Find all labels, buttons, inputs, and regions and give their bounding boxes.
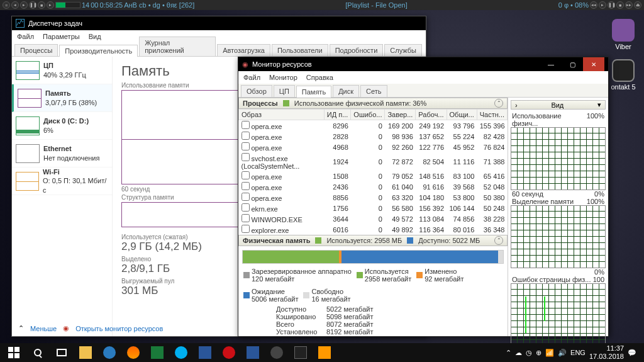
process-checkbox[interactable] xyxy=(242,203,250,212)
column-header[interactable]: Ошибо... xyxy=(351,110,385,120)
tb-browser[interactable] xyxy=(265,343,288,362)
tab-services[interactable]: Службы xyxy=(384,44,422,56)
table-row[interactable]: WINWORD.EXE3644049 572113 08474 85638 22… xyxy=(239,213,508,224)
tab-processes[interactable]: Процессы xyxy=(14,44,58,56)
tray-icon[interactable]: ⊕ xyxy=(536,349,541,357)
menu-help[interactable]: Справка xyxy=(306,74,333,81)
table-row[interactable]: opera.exe8856063 320104 18053 80050 380 xyxy=(239,192,508,203)
system-tray[interactable]: ⌃ ☁ ◷ ⊕ 📶 🔊 ENG 11:37 17.03.2018 💬 xyxy=(501,344,641,361)
process-checkbox[interactable] xyxy=(242,153,250,161)
winamp-player[interactable]: ≡ ◂ ▸ ❚❚ ■ ▸ 14 00 0:58:25 АнВ сb • dg •… xyxy=(0,0,644,10)
tray-chevron-up-icon[interactable]: ⌃ xyxy=(506,349,511,357)
column-header[interactable]: Частн... xyxy=(477,110,507,120)
table-row[interactable]: opera.exe1508079 052148 51683 10065 416 xyxy=(239,171,508,181)
tb-word[interactable] xyxy=(194,343,216,362)
stop-icon[interactable]: ■ xyxy=(38,1,45,9)
sidebar-memory[interactable]: Память3,0/7,9 ГБ (38%) xyxy=(12,84,112,112)
table-row[interactable]: explorer.exe6016049 892116 36480 01636 3… xyxy=(239,224,508,235)
clock[interactable]: 11:37 17.03.2018 xyxy=(589,344,624,361)
pause-icon[interactable]: ❚❚ xyxy=(29,1,36,9)
sidebar-disk[interactable]: Диск 0 (C: D:)6% xyxy=(12,112,112,140)
network-icon[interactable]: 📶 xyxy=(545,349,554,357)
notifications-icon[interactable]: 💬 xyxy=(628,349,636,357)
tb-word2[interactable] xyxy=(242,343,264,362)
process-name[interactable]: opera.exe xyxy=(239,192,325,203)
tray-icon[interactable]: ◷ xyxy=(526,349,532,357)
tb-firefox[interactable] xyxy=(122,343,145,362)
column-header[interactable]: Рабоч... xyxy=(416,110,447,120)
close-button[interactable]: ✕ xyxy=(583,57,604,71)
process-checkbox[interactable] xyxy=(242,225,250,233)
sidebar-wifi[interactable]: Wi-FiО: 0,5 П: 30,1 Мбит/с xyxy=(12,167,112,195)
tab-app-history[interactable]: Журнал приложений xyxy=(139,37,216,56)
process-name[interactable]: opera.exe xyxy=(239,120,325,132)
tab-performance[interactable]: Производительность xyxy=(59,45,138,57)
process-name[interactable]: opera.exe xyxy=(239,131,325,142)
tb-winamp[interactable] xyxy=(313,343,336,362)
volume-icon[interactable]: 🔊 xyxy=(558,349,567,357)
process-checkbox[interactable] xyxy=(242,142,250,150)
open-resmon-link[interactable]: Открыть монитор ресурсов xyxy=(75,325,163,332)
resmon-titlebar[interactable]: ◉ Монитор ресурсов — ▢ ✕ xyxy=(238,57,608,71)
process-name[interactable]: explorer.exe xyxy=(239,224,325,235)
maximize-button[interactable]: ▢ xyxy=(562,57,583,71)
process-name[interactable]: opera.exe xyxy=(239,181,325,192)
tab-details[interactable]: Подробности xyxy=(330,44,384,56)
task-view-icon[interactable] xyxy=(50,343,73,362)
column-header[interactable]: Завер... xyxy=(385,110,416,120)
process-name[interactable]: opera.exe xyxy=(239,171,325,181)
menu-file[interactable]: Файл xyxy=(243,74,260,81)
tab-network[interactable]: Сеть xyxy=(360,85,387,97)
process-name[interactable]: svchost.exe (LocalSystemNet... xyxy=(239,152,325,171)
tab-memory[interactable]: Память xyxy=(296,86,331,98)
collapse-icon[interactable]: ⌃ xyxy=(494,236,503,245)
table-row[interactable]: opera.exe4968092 260122 77645 95276 824 xyxy=(239,142,508,152)
winamp-menu-icon[interactable]: ≡ xyxy=(3,1,10,9)
column-header[interactable]: ИД п... xyxy=(324,110,351,120)
table-row[interactable]: opera.exe2828098 936137 65255 22482 428 xyxy=(239,131,508,142)
menu-options[interactable]: Параметры xyxy=(43,33,80,40)
sidebar-ethernet[interactable]: EthernetНет подключения xyxy=(12,140,112,167)
table-row[interactable]: ekrn.exe1756056 580156 392106 14450 248 xyxy=(239,203,508,213)
tab-disk[interactable]: Диск xyxy=(333,85,359,97)
table-row[interactable]: svchost.exe (LocalSystemNet...1924072 87… xyxy=(239,152,508,171)
next-icon[interactable]: ▸ xyxy=(47,1,54,9)
prev-icon[interactable]: ◂ xyxy=(11,1,19,9)
language-indicator[interactable]: ENG xyxy=(570,349,586,356)
process-checkbox[interactable] xyxy=(242,121,250,129)
task-manager-titlebar[interactable]: Диспетчер задач xyxy=(12,16,426,30)
process-name[interactable]: opera.exe xyxy=(239,142,325,152)
tb-skype[interactable] xyxy=(170,343,192,362)
menu-monitor[interactable]: Монитор xyxy=(269,74,297,81)
start-button[interactable] xyxy=(3,343,25,362)
tb-edge[interactable] xyxy=(98,343,121,362)
tab-cpu[interactable]: ЦП xyxy=(274,85,295,97)
tb-opera[interactable] xyxy=(218,343,240,362)
physical-memory-panel-header[interactable]: Физическая память Используется: 2958 МБ … xyxy=(238,235,508,246)
search-icon[interactable] xyxy=(26,343,49,362)
tb-excel[interactable] xyxy=(146,343,169,362)
chevron-up-icon[interactable]: ⌃ xyxy=(18,324,24,332)
table-row[interactable]: opera.exe82960169 200249 19293 796155 39… xyxy=(239,120,508,132)
column-header[interactable]: Образ xyxy=(239,110,325,120)
process-checkbox[interactable] xyxy=(242,193,250,201)
tb-resmon[interactable] xyxy=(289,343,312,362)
processes-panel-header[interactable]: Процессы Использование физической памяти… xyxy=(238,98,508,109)
table-row[interactable]: opera.exe2436061 04091 61639 56852 048 xyxy=(239,181,508,192)
column-header[interactable]: Общи... xyxy=(447,110,477,120)
onedrive-icon[interactable]: ☁ xyxy=(515,349,522,357)
process-checkbox[interactable] xyxy=(242,171,250,179)
sidebar-cpu[interactable]: ЦП40% 3,29 ГГц xyxy=(12,57,112,84)
tab-startup[interactable]: Автозагрузка xyxy=(217,44,270,56)
play-icon[interactable]: ▸ xyxy=(20,1,28,9)
tab-overview[interactable]: Обзор xyxy=(241,85,272,97)
tb-file-explorer[interactable] xyxy=(74,343,97,362)
menu-file[interactable]: Файл xyxy=(17,33,34,40)
collapse-icon[interactable]: ⌃ xyxy=(494,99,503,108)
process-checkbox[interactable] xyxy=(242,182,250,190)
menu-view[interactable]: Вид xyxy=(89,33,101,40)
fewer-details-link[interactable]: Меньше xyxy=(30,325,57,332)
tab-users[interactable]: Пользователи xyxy=(272,44,328,56)
desktop-icon-kontakt[interactable]: ontakt 5 xyxy=(608,59,639,91)
process-checkbox[interactable] xyxy=(242,132,250,140)
